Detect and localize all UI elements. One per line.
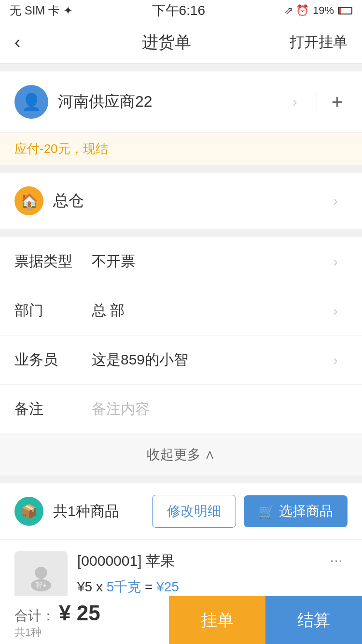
hang-button[interactable]: 挂单 bbox=[169, 596, 265, 644]
products-icon: 📦 bbox=[14, 497, 43, 526]
product-code: [0000001] bbox=[77, 553, 141, 569]
avatar-icon: 👤 bbox=[21, 92, 42, 112]
product-name: [0000001] 苹果 bbox=[77, 551, 325, 571]
warehouse-label: 总仓 bbox=[53, 190, 333, 211]
salesperson-row[interactable]: 业务员 这是859的小智 › bbox=[0, 336, 362, 385]
battery-bar bbox=[338, 7, 352, 14]
supplier-avatar: 👤 bbox=[14, 85, 48, 119]
status-time: 下午6:16 bbox=[152, 1, 206, 20]
total-section: 合计： ¥ 25 共1种 bbox=[0, 601, 169, 640]
product-thumb-icon: 智+ bbox=[24, 561, 58, 595]
multiply-sign: x bbox=[96, 579, 107, 594]
nav-bar: ‹ 进货单 打开挂单 bbox=[0, 21, 362, 64]
chevron-right-icon: › bbox=[333, 253, 338, 270]
notice-bar: 应付-20元，现结 bbox=[0, 133, 362, 165]
products-count: 共1种商品 bbox=[53, 502, 152, 521]
equals-sign: = bbox=[145, 579, 156, 594]
quantity: 5千克 bbox=[107, 579, 141, 594]
svg-text:智+: 智+ bbox=[35, 581, 47, 589]
vertical-divider bbox=[317, 92, 317, 112]
open-hang-button[interactable]: 打开挂单 bbox=[290, 32, 348, 52]
cart-icon: 📦 bbox=[21, 504, 38, 519]
ticket-type-label: 票据类型 bbox=[14, 252, 82, 271]
checkout-button[interactable]: 结算 bbox=[265, 596, 362, 644]
bottom-bar: 合计： ¥ 25 共1种 挂单 结算 bbox=[0, 596, 362, 644]
status-left: 无 SIM 卡 ✦ bbox=[10, 3, 73, 18]
warehouse-row[interactable]: 🏠 总仓 › bbox=[0, 173, 362, 229]
remark-value: 备注内容 bbox=[82, 399, 348, 419]
status-bar: 无 SIM 卡 ✦ 下午6:16 ⇗ ⏰ 19% bbox=[0, 0, 362, 21]
product-price: ¥5 x 5千克 = ¥25 bbox=[77, 578, 325, 596]
battery-percent: 19% bbox=[313, 4, 334, 17]
collapse-button[interactable]: 收起更多 ∧ bbox=[0, 434, 362, 476]
unit-price: ¥5 bbox=[77, 579, 92, 594]
total-row: 合计： ¥ 25 bbox=[14, 601, 154, 625]
chevron-right-icon: › bbox=[292, 94, 297, 110]
add-button[interactable]: + bbox=[327, 91, 348, 113]
chevron-right-icon: › bbox=[333, 303, 338, 319]
remark-label: 备注 bbox=[14, 399, 82, 419]
remark-row[interactable]: 备注 备注内容 bbox=[0, 385, 362, 434]
products-header: 📦 共1种商品 修改明细 🛒 选择商品 bbox=[0, 483, 362, 540]
subtotal: ¥25 bbox=[156, 579, 179, 594]
battery-icon: ⇗ ⏰ bbox=[284, 4, 309, 17]
department-value: 总 部 bbox=[82, 301, 333, 321]
salesperson-value: 这是859的小智 bbox=[82, 350, 333, 370]
total-amount: ¥ 25 bbox=[59, 601, 100, 625]
supplier-row[interactable]: 👤 河南供应商22 › + bbox=[0, 71, 362, 133]
department-label: 部门 bbox=[14, 301, 82, 321]
chevron-right-icon: › bbox=[333, 193, 338, 209]
product-info: [0000001] 苹果 ¥5 x 5千克 = ¥25 bbox=[77, 551, 325, 596]
svg-point-0 bbox=[35, 567, 47, 579]
select-product-button[interactable]: 🛒 选择商品 bbox=[244, 495, 348, 527]
supplier-name: 河南供应商22 bbox=[58, 91, 292, 112]
signal-text: 无 SIM 卡 ✦ bbox=[10, 3, 73, 18]
form-section: 票据类型 不开票 › 部门 总 部 › 业务员 这是859的小智 › 备注 备注… bbox=[0, 237, 362, 434]
warehouse-section: 🏠 总仓 › bbox=[0, 173, 362, 229]
supplier-section: 👤 河南供应商22 › + 应付-20元，现结 bbox=[0, 71, 362, 165]
status-right: ⇗ ⏰ 19% bbox=[284, 4, 352, 17]
chevron-right-icon: › bbox=[333, 352, 338, 368]
department-row[interactable]: 部门 总 部 › bbox=[0, 286, 362, 336]
more-button[interactable]: ··· bbox=[325, 551, 348, 569]
product-title: 苹果 bbox=[146, 553, 175, 569]
ticket-type-value: 不开票 bbox=[82, 252, 333, 271]
total-label: 合计： bbox=[14, 607, 55, 625]
ticket-type-row[interactable]: 票据类型 不开票 › bbox=[0, 237, 362, 286]
edit-detail-button[interactable]: 修改明细 bbox=[152, 495, 236, 528]
salesperson-label: 业务员 bbox=[14, 350, 82, 370]
warehouse-icon: 🏠 bbox=[14, 186, 43, 215]
page-title: 进货单 bbox=[43, 31, 290, 54]
select-icon: 🛒 bbox=[258, 504, 275, 519]
total-count: 共1种 bbox=[14, 625, 154, 640]
back-button[interactable]: ‹ bbox=[14, 32, 43, 53]
